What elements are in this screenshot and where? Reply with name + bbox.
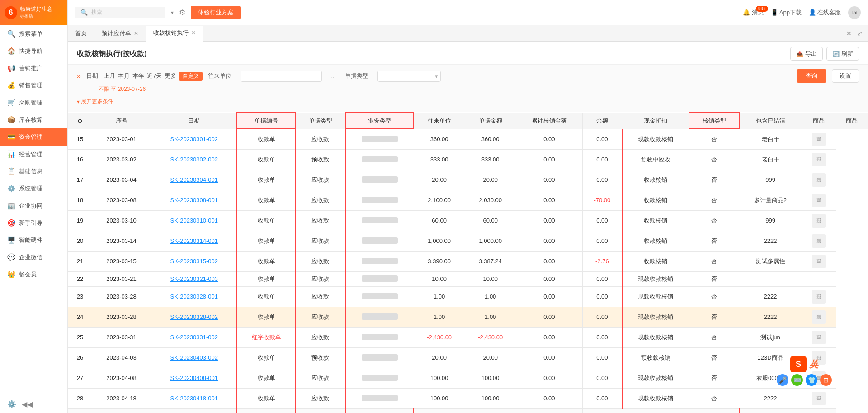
cell-balance: 0.00 [516,210,582,231]
sidebar-item-finance[interactable]: 💳 资金管理 [0,128,67,146]
cell-product-img: 🖼 [802,210,836,231]
table-row[interactable]: 17 2023-03-04 SK-20230304-001 收款单 应收款 20… [68,170,868,190]
shirt-icon[interactable]: 👕 [806,374,817,386]
cell-verify-type: 现款收款核销 [622,271,689,286]
table-row[interactable]: 20 2023-03-14 SK-20230314-001 收款单 应收款 1,… [68,231,868,251]
partner-value [362,313,398,320]
custom-btn[interactable]: 自定义 [179,72,203,81]
cell-doc-no[interactable]: SK-20230328-002 [151,307,237,327]
tab-receipt-verify[interactable]: 收款核销执行 ✕ [146,26,203,42]
tab-pre-apply[interactable]: 预计应付单 ✕ [94,25,146,41]
this-month-btn[interactable]: 本月 [118,72,130,81]
expand-arrow[interactable]: » [77,72,81,80]
sidebar-item-inventory[interactable]: 📦 库存核算 [0,111,67,128]
table-row[interactable]: 21 2023-03-15 SK-20230315-002 收款单 应收款 3,… [68,251,868,271]
cell-doc-no[interactable]: SK-20230314-001 [151,231,237,251]
cell-doc-no[interactable]: SK-20230403-002 [151,347,237,368]
industry-solution-button[interactable]: 体验行业方案 [191,6,241,19]
tab-home[interactable]: 首页 [68,25,94,41]
watermark-toolbar: S 英 🎤 ⌨️ 👕 ⊞ [777,356,832,386]
tab-close-receipt-verify[interactable]: ✕ [191,30,196,36]
online-service-link[interactable]: 👤 在线客服 [809,9,841,17]
more-btn[interactable]: 更多 [165,72,176,81]
table-row[interactable]: 22 2023-03-21 SK-20230321-003 收款单 应收款 10… [68,271,868,286]
cell-doc-no[interactable]: SK-20230302-002 [151,149,237,170]
sidebar-item-enterprise[interactable]: 🏢 企业协同 [0,197,67,214]
avatar[interactable]: Rit [848,6,861,19]
table-row[interactable]: 19 2023-03-10 SK-20230310-001 收款单 应收款 60… [68,210,868,231]
search-icon: 🔍 [7,30,15,38]
table-row[interactable]: 26 2023-04-03 SK-20230403-002 收款单 预收款 20… [68,347,868,368]
cell-doc-no[interactable]: SK-20230315-002 [151,251,237,271]
sidebar-item-purchase[interactable]: 🛒 采购管理 [0,94,67,111]
sidebar-item-sales[interactable]: 💰 销售管理 [0,77,67,94]
cell-doc-amount: 2,100.00 [414,190,465,210]
table-row[interactable]: 24 2023-03-28 SK-20230328-002 收款单 应收款 1.… [68,307,868,327]
notification-area[interactable]: 🔔 消息 99+ [743,9,764,17]
table-row[interactable]: 23 2023-03-28 SK-20230328-001 收款单 应收款 1.… [68,286,868,307]
sidebar-item-operations[interactable]: 📊 经营管理 [0,146,67,163]
chevron-down-icon[interactable]: ▾ [171,9,174,16]
operations-icon: 📊 [7,150,15,158]
sidebar-item-system[interactable]: ⚙️ 系统管理 [0,180,67,197]
sidebar-item-member[interactable]: 👑 畅会员 [0,266,67,283]
cell-cash-discount: 0.00 [583,231,622,251]
cell-doc-no[interactable]: SK-20230331-002 [151,327,237,347]
this-year-btn[interactable]: 本年 [132,72,144,81]
close-tab-button[interactable]: ✕ [844,29,854,38]
table-row[interactable]: 28 2023-04-18 SK-20230418-001 收款单 应收款 10… [68,388,868,408]
partner-value [362,354,398,361]
expand-conditions-btn[interactable]: ▾ 展开更多条件 [77,98,859,105]
sidebar-item-hardware[interactable]: 🖥️ 智能硬件 [0,232,67,249]
gear-icon[interactable]: ⚙ [179,8,185,17]
tab-close-pre-apply[interactable]: ✕ [134,30,138,37]
sidebar-item-basic-info[interactable]: 📋 基础信息 [0,163,67,180]
app-download-link[interactable]: 📱 App下载 [771,9,802,17]
cell-no: 24 [68,307,92,327]
grid-icon[interactable]: ⌨️ [791,374,803,386]
table-row[interactable]: 27 2023-04-08 SK-20230408-001 收款单 应收款 10… [68,368,868,388]
cell-include-settled: 否 [689,368,739,388]
sidebar-item-guide[interactable]: 🎯 新手引导 [0,214,67,232]
table-row[interactable]: 18 2023-03-08 SK-20230308-001 收款单 应收款 2,… [68,190,868,210]
partner-input[interactable] [241,71,322,82]
mic-icon[interactable]: 🎤 [777,374,788,386]
cell-biz-type: 应收款 [296,170,345,190]
cell-cash-discount: 0.00 [583,210,622,231]
table-row[interactable]: 16 2023-03-02 SK-20230302-002 收款单 预收款 33… [68,149,868,170]
cell-date: 2023-03-08 [92,190,151,210]
sidebar-item-marketing[interactable]: 📢 营销推广 [0,60,67,77]
collapse-icon[interactable]: ◀◀ [22,400,33,408]
last-month-btn[interactable]: 上月 [104,72,115,81]
doc-type-select[interactable] [377,71,441,82]
table-row[interactable]: 15 2023-03-01 SK-20230301-002 收款单 应收款 36… [68,129,868,149]
apps-icon[interactable]: ⊞ [820,374,832,386]
cell-doc-no[interactable]: SK-20230418-001 [151,388,237,408]
cell-doc-no[interactable]: SK-20230328-001 [151,286,237,307]
cell-doc-no[interactable]: SK-20230408-001 [151,368,237,388]
setting-button[interactable]: 设置 [832,69,859,83]
cell-doc-no[interactable]: SK-20230321-003 [151,271,237,286]
cell-doc-no[interactable]: SK-20230308-001 [151,190,237,210]
sidebar-item-search[interactable]: 🔍 搜索菜单 [0,25,67,43]
cell-doc-no[interactable]: SK-20230304-001 [151,170,237,190]
maximize-button[interactable]: ⤢ [855,29,864,38]
cell-date: 2023-03-04 [92,170,151,190]
col-settings-header[interactable]: ⚙ [68,113,92,129]
last7-btn[interactable]: 近7天 [147,72,162,81]
partner-value [362,176,398,183]
cell-doc-no[interactable]: SK-20230301-002 [151,129,237,149]
cell-product-img: 🖼 [802,170,836,190]
sidebar-item-wechat[interactable]: 💬 企业微信 [0,249,67,266]
sidebar-item-quick-nav[interactable]: 🏠 快捷导航 [0,43,67,60]
cell-doc-amount: 1,000.00 [414,231,465,251]
cell-doc-no[interactable]: SK-20230310-001 [151,210,237,231]
table-row[interactable]: 25 2023-03-31 SK-20230331-002 红字收款单 应收款 … [68,327,868,347]
refresh-button[interactable]: 🔄 刷新 [826,47,859,61]
filter-row-1: » 日期 上月 本月 本年 近7天 更多 自定义 往来单位 ... 单据类型 [77,69,859,83]
settings-icon[interactable]: ⚙️ [7,400,16,408]
query-button[interactable]: 查询 [797,69,826,83]
sales-icon: 💰 [7,81,15,90]
export-button[interactable]: 📤 导出 [790,47,823,61]
enterprise-icon: 🏢 [7,202,15,210]
